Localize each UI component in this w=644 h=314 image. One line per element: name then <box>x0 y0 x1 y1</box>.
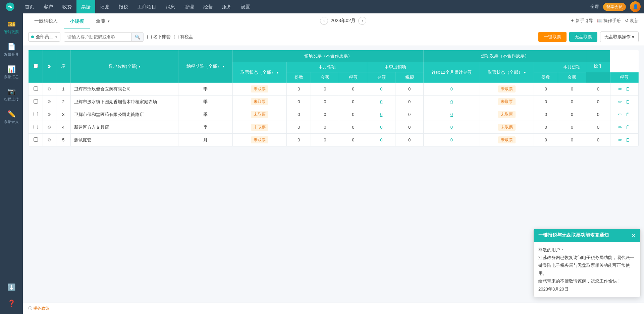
view-btn[interactable]: 🗒 <box>625 137 632 143</box>
view-btn[interactable]: 🗒 <box>625 124 632 130</box>
guide-btn[interactable]: ✦ 新手引导 <box>571 18 593 24</box>
row-p-tax: 0 <box>586 121 610 134</box>
purchase-status-filter-icon[interactable]: ▾ <box>524 70 526 74</box>
row-checkbox[interactable] <box>34 137 38 142</box>
tax-disk-checkbox-label[interactable]: 有税盘 <box>174 34 193 40</box>
row-sq-amount: 0 <box>367 96 395 108</box>
scan-upload-icon: 📷 <box>7 87 16 96</box>
top-navigation: 首页 客户 收费 票据 记账 报税 工商项目 消息 管理 经营 服务 设置 全屏… <box>0 0 644 13</box>
sidebar-item-help[interactable]: ❓ <box>0 296 23 311</box>
edit-btn[interactable]: ✏ <box>617 124 624 130</box>
row-customer: 卫辉市汲水镇下园湖香烟营木种植家庭农场 <box>70 96 178 108</box>
edit-btn[interactable]: ✏ <box>617 86 624 92</box>
nav-customer[interactable]: 客户 <box>39 0 58 13</box>
view-btn[interactable]: 🗒 <box>625 86 632 92</box>
one-click-ticket-btn[interactable]: 一键取票 <box>538 32 567 42</box>
tab-general-taxpayer[interactable]: 一般纳税人 <box>28 13 64 28</box>
tab-all[interactable]: 全能 ▾ <box>90 13 116 28</box>
th-sales-monthly: 本月销项 <box>287 62 367 72</box>
fullscreen-btn[interactable]: 全屏 <box>590 4 599 10</box>
row-settings-icon[interactable]: ⚙ <box>47 137 51 142</box>
nav-service[interactable]: 服务 <box>217 0 236 13</box>
refresh-btn[interactable]: ↺ 刷新 <box>625 18 639 24</box>
tax-policy-link[interactable]: 税务政策 <box>33 306 49 311</box>
notification-close-btn[interactable]: ✕ <box>631 232 636 239</box>
sidebar-item-invoice-summary[interactable]: 📊 票据汇总 <box>0 62 23 83</box>
edit-btn[interactable]: ✏ <box>617 137 624 143</box>
row-checkbox[interactable] <box>34 86 38 91</box>
sidebar-item-invoice-entry[interactable]: ✏️ 票据录入 <box>0 107 23 128</box>
row-tax-period: 月 <box>178 134 232 146</box>
row-checkbox-cell <box>29 108 43 121</box>
period-next-btn[interactable]: › <box>358 17 366 25</box>
tab-small-scale[interactable]: 小规模 <box>64 14 90 28</box>
period-area: ‹ 2023年02月 › <box>116 17 571 25</box>
row-s-amount: 0 <box>311 134 339 146</box>
th-s-copies: 份数 <box>287 72 311 83</box>
search-button[interactable]: 🔍 <box>131 33 144 41</box>
row-s-amount: 0 <box>311 108 339 121</box>
th-p-copies: 份数 <box>534 72 558 83</box>
row-sales-status: 未取票 <box>232 134 286 146</box>
edit-btn[interactable]: ✏ <box>617 99 624 105</box>
row-checkbox-cell <box>29 134 43 146</box>
search-input[interactable] <box>64 33 131 41</box>
nav-management[interactable]: 管理 <box>180 0 199 13</box>
account-checkbox-label[interactable]: 名下账套 <box>147 34 171 40</box>
nav-home[interactable]: 首页 <box>20 0 39 13</box>
period-prev-btn[interactable]: ‹ <box>320 17 328 25</box>
row-p-copies: 0 <box>534 108 558 121</box>
row-checkbox[interactable] <box>34 125 38 129</box>
row-settings-icon[interactable]: ⚙ <box>47 112 51 117</box>
sales-status-filter-icon[interactable]: ▾ <box>277 70 279 74</box>
dropdown-arrow-icon: ▾ <box>632 35 634 40</box>
row-s-copies: 0 <box>287 96 311 108</box>
employee-select[interactable]: 全部员工 ▾ <box>28 32 60 42</box>
row-settings-icon[interactable]: ⚙ <box>47 99 51 104</box>
view-btn[interactable]: 🗒 <box>625 99 632 105</box>
no-disk-ticket-btn[interactable]: 无盘取票 <box>569 32 597 42</box>
vip-button[interactable]: 畅享会员 <box>603 3 626 11</box>
row-12month: 0 <box>424 134 480 146</box>
row-s-copies: 0 <box>287 134 311 146</box>
sidebar-item-invoice-issue[interactable]: 📄 发票开具 <box>0 39 23 60</box>
row-checkbox[interactable] <box>34 112 38 116</box>
tab-actions: ✦ 新手引导 📖 操作手册 ↺ 刷新 <box>571 18 639 24</box>
user-avatar[interactable]: 👤 <box>630 1 641 12</box>
account-checkbox[interactable] <box>147 35 152 39</box>
sidebar-item-download[interactable]: ⬇️ <box>0 280 23 295</box>
nav-message[interactable]: 消息 <box>161 0 180 13</box>
th-12month: 连续12个月累计金额 <box>424 62 480 83</box>
nav-operation[interactable]: 经营 <box>199 0 217 13</box>
no-disk-ops-btn[interactable]: 无盘取票操作 ▾ <box>600 32 639 42</box>
row-actions: ✏ 🗒 <box>610 83 638 96</box>
sidebar-item-scan-upload[interactable]: 📷 扫描上传 <box>0 84 23 105</box>
row-customer: 测试账套 <box>70 134 178 146</box>
notification-text: 尊敬的用户： 江苏政务网已恢复访问电子税务局功能，易代账一键登陆电子税务局与无盘… <box>538 246 636 293</box>
select-all-checkbox[interactable] <box>34 64 38 68</box>
row-sales-status: 未取票 <box>232 83 286 96</box>
sidebar-item-smart-ticket[interactable]: 🎫 智能取票 <box>0 17 23 38</box>
nav-bookkeeping[interactable]: 记账 <box>95 0 114 13</box>
tax-disk-checkbox[interactable] <box>174 35 178 39</box>
tax-period-filter-icon[interactable]: ▾ <box>222 64 224 68</box>
row-settings-icon[interactable]: ⚙ <box>47 86 51 91</box>
row-p-amount: 0 <box>558 96 586 108</box>
row-settings-cell: ⚙ <box>43 108 56 121</box>
nav-billing[interactable]: 收费 <box>58 0 76 13</box>
manual-btn[interactable]: 📖 操作手册 <box>597 18 621 24</box>
row-settings-icon[interactable]: ⚙ <box>47 125 51 130</box>
nav-settings[interactable]: 设置 <box>236 0 255 13</box>
row-checkbox[interactable] <box>34 99 38 104</box>
row-s-copies: 0 <box>287 121 311 134</box>
nav-invoice[interactable]: 票据 <box>76 0 95 13</box>
sidebar: 🎫 智能取票 📄 发票开具 📊 票据汇总 📷 扫描上传 ✏️ 票据录入 ⬇️ ❓ <box>0 13 23 314</box>
nav-business[interactable]: 工商项目 <box>133 0 161 13</box>
edit-btn[interactable]: ✏ <box>617 112 624 118</box>
row-sq-tax: 0 <box>395 96 424 108</box>
row-p-copies: 0 <box>534 83 558 96</box>
view-btn[interactable]: 🗒 <box>625 112 632 117</box>
customer-filter-icon[interactable]: ▾ <box>139 64 141 68</box>
nav-tax[interactable]: 报税 <box>114 0 133 13</box>
row-actions: ✏ 🗒 <box>610 134 638 146</box>
